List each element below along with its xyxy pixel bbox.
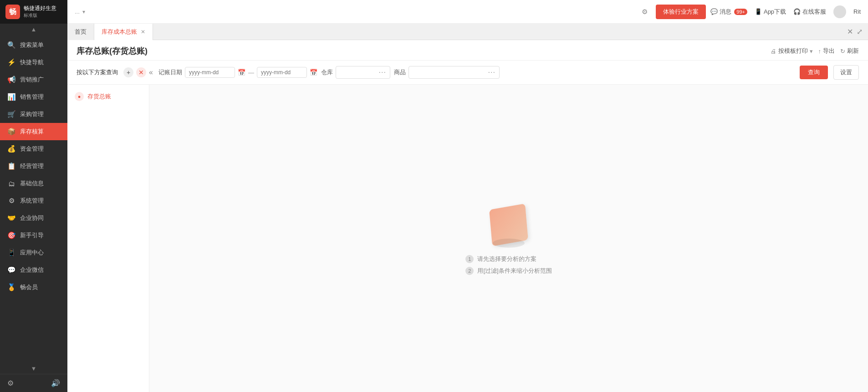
online-support-action[interactable]: 🎧 在线客服 [793, 8, 826, 16]
topbar: ... ▾ ⚙ 体验行业方案 💬 消息 99+ 📱 App下载 🎧 在线客服 R… [67, 0, 868, 24]
empty-state: 1 请先选择要分析的方案 2 用[过滤]条件来缩小分析范围 [465, 202, 551, 275]
breadcrumb-arrow-icon: ▾ [82, 9, 85, 15]
filter-add-btn[interactable]: + [123, 67, 133, 77]
main-content: ... ▾ ⚙ 体验行业方案 💬 消息 99+ 📱 App下载 🎧 在线客服 R… [67, 0, 868, 392]
sidebar-item-finance[interactable]: 💰 资金管理 [0, 140, 67, 158]
sidebar-item-app-center[interactable]: 📱 应用中心 [0, 244, 67, 261]
tabbar-close-icon[interactable]: ✕ [847, 27, 853, 36]
speaker-icon[interactable]: 🔊 [51, 379, 60, 387]
export-btn[interactable]: ↑ 导出 [818, 47, 835, 55]
content-area: ● 存货总账 1 请先选择要分析的方案 [67, 85, 868, 392]
sidebar-item-member[interactable]: 🏅 畅会员 [0, 279, 67, 296]
sidebar-bottom: ⚙ 🔊 [0, 374, 67, 392]
empty-hints: 1 请先选择要分析的方案 2 用[过滤]条件来缩小分析范围 [465, 255, 551, 275]
page-header-actions: 🖨 按模板打印 ▾ ↑ 导出 ↻ 刷新 [771, 47, 859, 55]
sidebar-item-system[interactable]: ⚙ 系统管理 [0, 192, 67, 209]
sidebar-item-enterprise[interactable]: 🤝 企业协同 [0, 209, 67, 227]
operations-icon: 📋 [7, 162, 15, 170]
sidebar-logo: 畅 畅捷通好生意 标准版 [0, 0, 67, 24]
inventory-icon: 📦 [7, 127, 15, 136]
date-filter-group: 记账日期 📅 — 📅 [158, 67, 317, 78]
finance-icon: 💰 [7, 145, 15, 153]
sidebar-item-quick-nav[interactable]: ⚡ 快捷导航 [0, 54, 67, 71]
app-center-icon: 📱 [7, 249, 15, 257]
filter-area: 按以下方案查询 + ✕ « 记账日期 📅 — 📅 仓库 [67, 61, 868, 85]
app-logo-icon: 畅 [5, 5, 20, 19]
app-download-action[interactable]: 📱 App下载 [755, 8, 786, 16]
query-btn[interactable]: 查询 [800, 66, 828, 79]
warehouse-filter-group: 仓库 ··· [321, 66, 390, 79]
message-icon: 💬 [710, 8, 718, 15]
sidebar-scroll-up[interactable]: ▲ [0, 24, 67, 35]
data-area: 1 请先选择要分析的方案 2 用[过滤]条件来缩小分析范围 [149, 85, 868, 392]
enterprise-icon: 🤝 [7, 214, 15, 222]
sidebar-item-wechat[interactable]: 💬 企业微信 [0, 261, 67, 279]
sidebar-item-basic[interactable]: 🗂 基础信息 [0, 175, 67, 192]
marketing-icon: 📢 [7, 76, 15, 84]
system-icon: ⚙ [7, 197, 15, 205]
tabbar: 首页 库存成本总账 ✕ ✕ ⤢ [67, 24, 868, 40]
user-avatar[interactable] [833, 5, 846, 18]
breadcrumb: ... ▾ [75, 8, 637, 15]
headset-icon: 🎧 [793, 8, 801, 15]
date-start-input[interactable] [185, 67, 235, 78]
sidebar: 畅 畅捷通好生意 标准版 ▲ 🔍 搜索菜单 ⚡ 快捷导航 📢 营销推广 📊 销售… [0, 0, 67, 392]
industry-btn[interactable]: 体验行业方案 [656, 5, 706, 19]
guide-icon: 🎯 [7, 231, 15, 239]
refresh-icon: ↻ [840, 48, 845, 55]
page-title: 库存总账(存货总账) [77, 46, 148, 56]
sidebar-item-inventory[interactable]: 📦 库存核算 [0, 123, 67, 140]
print-dropdown-icon: ▾ [810, 48, 813, 55]
filter-collapse-icon[interactable]: « [149, 68, 153, 76]
date-end-input[interactable] [257, 67, 307, 78]
tab-inventory-cost[interactable]: 库存成本总账 ✕ [94, 24, 153, 40]
calendar-start-icon[interactable]: 📅 [238, 69, 245, 76]
print-template-btn[interactable]: 🖨 按模板打印 ▾ [771, 47, 813, 55]
date-separator: — [248, 69, 254, 76]
tabbar-expand-icon[interactable]: ⤢ [857, 27, 863, 36]
filter-label: 按以下方案查询 [77, 68, 118, 76]
tab-close-icon[interactable]: ✕ [141, 29, 145, 35]
refresh-btn[interactable]: ↻ 刷新 [840, 47, 859, 55]
username: Rit [853, 8, 861, 15]
topbar-settings-icon[interactable]: ⚙ [642, 8, 648, 16]
sidebar-item-operations[interactable]: 📋 经营管理 [0, 158, 67, 175]
sidebar-item-search-menu[interactable]: 🔍 搜索菜单 [0, 36, 67, 54]
sidebar-scroll-down[interactable]: ▼ [0, 363, 67, 374]
goods-select-dots: ··· [488, 68, 495, 76]
goods-select[interactable]: ··· [408, 66, 500, 79]
search-menu-icon: 🔍 [7, 41, 15, 49]
sidebar-item-purchase[interactable]: 🛒 采购管理 [0, 106, 67, 123]
sidebar-item-marketing[interactable]: 📢 营销推广 [0, 71, 67, 88]
message-action[interactable]: 💬 消息 99+ [710, 8, 747, 16]
tab-home[interactable]: 首页 [67, 24, 94, 40]
warehouse-select-dots: ··· [379, 68, 386, 76]
print-icon: 🖨 [771, 48, 776, 55]
empty-hint-2: 2 用[过滤]条件来缩小分析范围 [465, 267, 551, 275]
page-content: 库存总账(存货总账) 🖨 按模板打印 ▾ ↑ 导出 ↻ 刷新 按以下方案查询 [67, 40, 868, 392]
settings-btn[interactable]: 设置 [833, 65, 859, 80]
warehouse-label: 仓库 [321, 68, 333, 76]
settings-bottom-icon[interactable]: ⚙ [7, 379, 14, 387]
goods-filter-group: 商品 ··· [394, 66, 500, 79]
sidebar-item-guide[interactable]: 🎯 新手引导 [0, 227, 67, 244]
goods-label: 商品 [394, 68, 406, 76]
tabbar-right: ✕ ⤢ [847, 27, 868, 36]
topbar-right: 💬 消息 99+ 📱 App下载 🎧 在线客服 Rit [710, 5, 861, 18]
app-name: 畅捷通好生意 标准版 [24, 5, 56, 19]
sidebar-item-sales[interactable]: 📊 销售管理 [0, 88, 67, 106]
calendar-end-icon[interactable]: 📅 [310, 69, 317, 76]
filter-row: 记账日期 📅 — 📅 仓库 ··· 商品 [158, 66, 794, 79]
date-field-label: 记账日期 [158, 68, 182, 76]
warehouse-select[interactable]: ··· [336, 66, 390, 79]
scheme-item-inventory-ledger[interactable]: ● 存货总账 [67, 88, 149, 105]
export-icon: ↑ [818, 48, 822, 55]
filter-action-buttons: + ✕ « [123, 67, 153, 77]
empty-illustration [486, 202, 531, 248]
purchase-icon: 🛒 [7, 110, 15, 118]
filter-clear-btn[interactable]: ✕ [136, 67, 146, 77]
scheme-icon: ● [75, 92, 84, 101]
empty-box-shadow [493, 239, 525, 248]
sales-icon: 📊 [7, 93, 15, 101]
app-download-icon: 📱 [755, 8, 762, 15]
